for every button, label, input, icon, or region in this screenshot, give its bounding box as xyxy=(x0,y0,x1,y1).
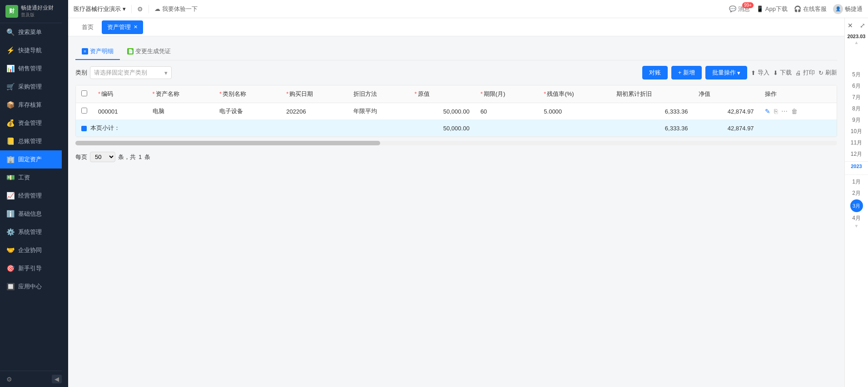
total-count: 1 xyxy=(139,154,142,160)
sub-tab-asset-detail[interactable]: ≡ 资产明细 xyxy=(75,44,120,60)
category-select[interactable]: 请选择固定资产类别 ▾ xyxy=(90,66,172,79)
app-download-button[interactable]: 📱 App下载 xyxy=(756,5,788,13)
horizontal-scrollbar[interactable] xyxy=(75,141,837,145)
sales-icon: 📊 xyxy=(6,64,15,73)
basic-info-icon: ℹ️ xyxy=(6,210,15,218)
month-8[interactable]: 8月 xyxy=(848,104,865,114)
dropdown-icon: ▾ xyxy=(164,69,168,76)
action-icons: ✎ ⎘ ⋯ 🗑 xyxy=(765,108,831,115)
cell-period: 60 xyxy=(475,103,539,120)
edit-icon[interactable]: ✎ xyxy=(765,108,770,115)
company-name: 医疗器械行业演示 xyxy=(74,5,121,13)
table-row: 000001 电脑 电子设备 202206 年限平均 50,000.00 60 … xyxy=(76,103,837,120)
topbar: 医疗器械行业演示 ▾ ⚙ ☁ 我要体验一下 💬 消息 99+ 📱 App下载 🎧… xyxy=(68,0,868,18)
tab-home[interactable]: 首页 xyxy=(75,20,100,35)
cell-code: 000001 xyxy=(93,103,147,120)
table: *编码 *资产名称 *类别名称 *购买日期 折旧方法 *原值 *期限(月) *残… xyxy=(76,85,837,137)
th-original-value: *原值 xyxy=(409,85,475,103)
more-icon[interactable]: ⋯ xyxy=(781,108,788,115)
online-service-label: 在线客服 xyxy=(803,5,827,13)
sidebar-nav: 🔍 搜索菜单 ⚡ 快捷导航 📊 销售管理 🛒 采购管理 📦 库存核算 💰 资金管… xyxy=(0,23,68,371)
rsp-close-icon[interactable]: ✕ xyxy=(848,22,853,29)
reconcile-button[interactable]: 对账 xyxy=(642,66,668,79)
batch-label: 批量操作 xyxy=(712,69,736,77)
assets-table: *编码 *资产名称 *类别名称 *购买日期 折旧方法 *原值 *期限(月) *残… xyxy=(75,85,837,137)
sub-tabs: ≡ 资产明细 📄 变更生成凭证 xyxy=(75,44,837,60)
message-button[interactable]: 💬 消息 99+ xyxy=(729,5,750,13)
sidebar-label-basic-info: 基础信息 xyxy=(18,210,42,218)
month-jan[interactable]: 1月 xyxy=(848,177,865,187)
guide-icon: 🎯 xyxy=(6,264,15,273)
month-apr[interactable]: 4月 xyxy=(848,213,865,223)
sidebar-item-system[interactable]: ⚙️ 系统管理 xyxy=(0,223,68,241)
month-9[interactable]: 9月 xyxy=(848,115,865,125)
sidebar-item-sales[interactable]: 📊 销售管理 xyxy=(0,60,68,78)
download-button[interactable]: ⬇ 下载 xyxy=(773,69,792,77)
sidebar-item-search[interactable]: 🔍 搜索菜单 xyxy=(0,23,68,41)
fixed-assets-icon: 🏢 xyxy=(6,155,15,164)
subtotal-net-value: 42,874.97 xyxy=(693,120,759,137)
sidebar-label-salary: 工资 xyxy=(18,174,30,182)
print-button[interactable]: 🖨 打印 xyxy=(795,69,815,77)
sidebar-collapse-button[interactable]: ◀ xyxy=(52,375,62,383)
month-11[interactable]: 11月 xyxy=(848,138,865,148)
copy-icon[interactable]: ⎘ xyxy=(774,108,778,115)
company-dropdown-icon: ▾ xyxy=(123,5,126,12)
online-service-button[interactable]: 🎧 在线客服 xyxy=(794,5,827,13)
month-7[interactable]: 7月 xyxy=(848,92,865,103)
sidebar-label-search: 搜索菜单 xyxy=(18,28,42,36)
scroll-down-button[interactable]: ▼ xyxy=(845,223,868,228)
sidebar-item-guide[interactable]: 🎯 新手引导 xyxy=(0,259,68,278)
sidebar-item-app-center[interactable]: 🔲 应用中心 xyxy=(0,278,68,296)
sidebar-item-fixed-assets[interactable]: 🏢 固定资产 xyxy=(0,150,68,169)
batch-button[interactable]: 批量操作 ▾ xyxy=(705,66,747,79)
rsp-expand-icon[interactable]: ⤢ xyxy=(860,22,865,29)
page-size-select[interactable]: 50 100 200 xyxy=(90,152,115,162)
sidebar-item-ledger[interactable]: 📒 总账管理 xyxy=(0,132,68,150)
logo-text-block: 畅捷通好业财 普及版 xyxy=(21,5,54,18)
cell-purchase-date: 202206 xyxy=(281,103,347,120)
import-button[interactable]: ⬆ 导入 xyxy=(751,69,769,77)
sidebar-item-basic-info[interactable]: ℹ️ 基础信息 xyxy=(0,205,68,223)
row-checkbox[interactable] xyxy=(81,108,87,114)
select-all-checkbox[interactable] xyxy=(81,90,87,96)
sidebar-item-funds[interactable]: 💰 资金管理 xyxy=(0,114,68,132)
settings-bottom-icon[interactable]: ⚙ xyxy=(6,376,12,383)
sidebar-item-purchase[interactable]: 🛒 采购管理 xyxy=(0,78,68,96)
doc-icon: 📄 xyxy=(127,48,134,55)
tab-asset-mgmt[interactable]: 资产管理 ✕ xyxy=(102,20,143,34)
delete-icon[interactable]: 🗑 xyxy=(791,108,798,115)
topbar-gear-icon[interactable]: ⚙ xyxy=(137,5,143,13)
subtotal-icon xyxy=(81,126,87,131)
experience-button[interactable]: ☁ 我要体验一下 xyxy=(154,5,198,13)
toolbar-left: 类别 请选择固定资产类别 ▾ xyxy=(75,66,172,79)
month-12[interactable]: 12月 xyxy=(848,149,865,159)
add-button[interactable]: + 新增 xyxy=(671,66,702,79)
content-area: 首页 资产管理 ✕ ≡ 资产明细 📄 变更生成凭证 xyxy=(68,18,868,387)
sidebar-label-guide: 新手引导 xyxy=(18,264,42,273)
th-initial-accumulated: 期初累计折旧 xyxy=(611,85,693,103)
refresh-button[interactable]: ↻ 刷新 xyxy=(818,69,837,77)
sidebar-item-operations[interactable]: 📈 经营管理 xyxy=(0,187,68,205)
sidebar-label-purchase: 采购管理 xyxy=(18,83,42,91)
month-mar[interactable]: 3月 xyxy=(850,199,863,212)
subtotal-label: 本页小计： xyxy=(90,124,120,131)
subtotal-initial-accumulated: 6,333.36 xyxy=(611,120,693,137)
user-menu[interactable]: 👤 畅捷通 xyxy=(833,4,863,14)
month-feb[interactable]: 2月 xyxy=(848,188,865,198)
topbar-divider2 xyxy=(149,5,149,13)
sidebar-item-inventory[interactable]: 📦 库存核算 xyxy=(0,96,68,114)
month-6[interactable]: 6月 xyxy=(848,81,865,91)
scrollbar-thumb xyxy=(75,141,380,145)
month-5[interactable]: 5月 xyxy=(848,69,865,80)
row-checkbox-cell xyxy=(76,103,93,120)
month-10[interactable]: 10月 xyxy=(848,126,865,137)
sidebar-item-enterprise[interactable]: 🤝 企业协同 xyxy=(0,241,68,259)
company-selector[interactable]: 医疗器械行业演示 ▾ xyxy=(74,5,126,13)
sidebar-item-quick-nav[interactable]: ⚡ 快捷导航 xyxy=(0,41,68,60)
scroll-up-button[interactable]: ▲ xyxy=(845,40,868,45)
sub-tab-voucher-gen[interactable]: 📄 变更生成凭证 xyxy=(121,44,177,60)
sidebar-label-system: 系统管理 xyxy=(18,228,42,236)
sidebar-item-salary[interactable]: 💵 工资 xyxy=(0,169,68,187)
tab-close-icon[interactable]: ✕ xyxy=(134,24,138,30)
